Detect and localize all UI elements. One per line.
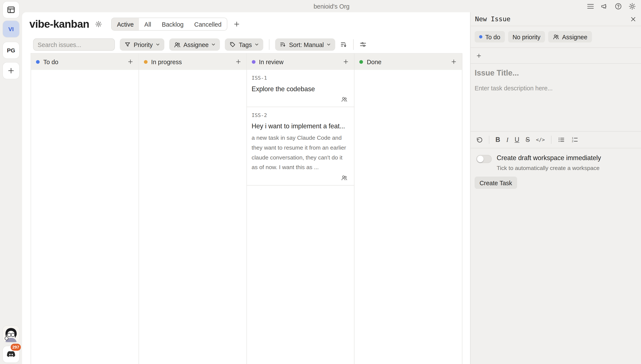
panel-title: New Issue [475,15,510,23]
gear-icon [628,2,636,10]
strikethrough-button[interactable]: S [526,136,530,143]
code-icon: </> [536,137,545,142]
discord-button[interactable]: 297 [3,346,19,362]
column-in-review: In review ISS-1 Explore the codebase ISS… [247,54,354,364]
display-options-button[interactable] [359,41,367,48]
bold-icon: B [496,136,500,143]
italic-icon: I [506,136,508,143]
status-dot [252,60,255,64]
column-header: In progress [139,54,246,70]
undo-button[interactable] [476,136,483,143]
column-name: Done [367,58,382,65]
plus-icon [235,58,241,65]
card-iss-2[interactable]: ISS-2 Hey i want to implement a feat... … [247,107,354,186]
menu-icon [587,2,594,10]
sort-direction-button[interactable] [340,41,348,48]
chevron-down-icon [327,42,331,46]
create-task-button[interactable]: Create Task [475,177,517,189]
toggle-texts: Create draft workspace immediately Tick … [497,154,601,171]
status-dot [479,35,482,38]
assignee-chip[interactable]: Assignee [548,31,592,42]
bullet-list-button[interactable] [558,136,565,143]
editor-toolbar: B I U S </> 12 [470,131,641,148]
status-chip[interactable]: To do [475,31,505,42]
card-description: a new task in say Claude Code and they w… [252,133,349,172]
svg-text:2: 2 [572,140,573,143]
column-in-progress: In progress [139,54,247,364]
close-panel-button[interactable] [630,16,636,22]
column-header: In review [247,54,354,70]
assignee-filter-button[interactable]: Assignee [169,38,220,51]
page-title: vibe-kanban [30,18,89,30]
people-icon [341,174,348,181]
add-card-in-progress-button[interactable] [235,58,241,65]
board-main: vibe-kanban Active All Backlog Cancelled… [22,12,470,364]
sidebar-layout-toggle-button[interactable] [3,2,19,18]
tab-backlog[interactable]: Backlog [156,18,189,30]
sidebar-add-workspace-button[interactable] [3,62,19,79]
add-card-in-review-button[interactable] [342,58,349,65]
help-button[interactable] [614,2,622,10]
chip-label: No priority [512,33,540,40]
sidebar-workspace-vi[interactable]: VI [3,21,19,37]
column-header: To do [31,54,138,70]
toggle-hint: Tick to automatically create a workspace [497,164,601,171]
sort-descending-icon [340,41,348,48]
add-property-button[interactable] [476,52,482,59]
issue-description-input[interactable]: Enter task description here... [475,84,637,92]
board-header: vibe-kanban Active All Backlog Cancelled [22,12,470,36]
card-title: Hey i want to implement a feat... [252,122,349,131]
draft-workspace-row: Create draft workspace immediately Tick … [470,148,641,171]
chip-label: Assignee [562,33,588,40]
status-dot [144,60,148,64]
add-view-button[interactable] [233,20,240,28]
column-header: Done [355,54,462,70]
tab-cancelled[interactable]: Cancelled [189,18,227,30]
tab-active[interactable]: Active [112,18,139,30]
new-issue-panel: New Issue To do No priority Assignee [470,12,641,364]
card-iss-1[interactable]: ISS-1 Explore the codebase [247,70,354,107]
sort-label: Sort: Manual [289,41,324,48]
numbered-list-button[interactable]: 12 [571,136,578,143]
divider [269,39,270,50]
column-name: To do [43,58,58,65]
add-card-done-button[interactable] [450,58,457,65]
panel-header: New Issue [470,12,641,26]
draft-workspace-toggle[interactable] [476,155,492,163]
italic-button[interactable]: I [506,136,508,143]
board-settings-button[interactable] [95,20,102,28]
sidebar-workspace-pg[interactable]: PG [3,42,19,58]
workspace-initials: PG [7,47,15,54]
tags-filter-button[interactable]: Tags [225,38,263,51]
add-property-row [470,48,641,64]
add-card-todo-button[interactable] [127,58,134,65]
undo-icon [476,136,483,143]
issue-editor: Issue Title... Enter task description he… [470,64,641,131]
issue-title-input[interactable]: Issue Title... [475,69,637,78]
card-id: ISS-1 [252,75,349,81]
settings-button[interactable] [628,2,636,10]
priority-chip[interactable]: No priority [508,31,545,42]
sliders-icon [359,41,367,48]
sort-button[interactable]: Sort: Manual [275,38,335,51]
plus-icon [127,58,134,65]
tag-icon [230,41,236,48]
org-name: benioid's Org [22,2,641,10]
sidebar: VI PG 297 [0,0,22,364]
search-input[interactable] [33,38,115,51]
people-icon [174,41,180,48]
menu-button[interactable] [587,2,594,10]
column-body: ISS-1 Explore the codebase ISS-2 Hey i w… [247,70,354,186]
user-avatar[interactable] [3,326,19,342]
plus-icon [233,20,240,28]
divider [551,136,552,144]
announcements-button[interactable] [600,2,608,10]
column-todo: To do [31,54,139,364]
svg-text:1: 1 [572,136,573,140]
underline-button[interactable]: U [514,136,519,143]
bold-button[interactable]: B [496,136,500,143]
priority-filter-button[interactable]: Priority [120,38,164,51]
tab-all[interactable]: All [139,18,156,30]
code-button[interactable]: </> [536,137,545,142]
filter-bar: Priority Assignee Tags Sort: Manual [22,36,470,53]
